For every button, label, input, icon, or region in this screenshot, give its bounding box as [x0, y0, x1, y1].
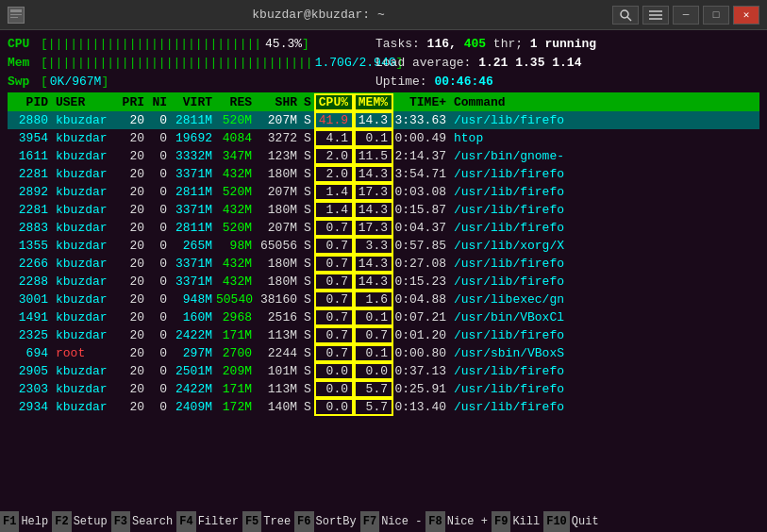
table-row[interactable]: 2281 kbuzdar 20 0 3371M 432M 180M S 1.4 … — [8, 201, 759, 219]
cpu-bracket-open: [ — [41, 37, 48, 51]
cell-shr: 2244 — [256, 346, 301, 360]
cell-cmd: htop — [450, 131, 758, 145]
fkey-nice[interactable]: F8 Nice + — [425, 511, 492, 532]
cell-cmd: /usr/lib/firefo — [450, 167, 758, 181]
cell-res: 432M — [216, 274, 256, 289]
fkey-sortby[interactable]: F6 SortBy — [294, 511, 360, 532]
cell-virt: 2501M — [171, 364, 216, 378]
close-button[interactable]: ✕ — [733, 6, 759, 25]
cell-shr: 113M — [256, 328, 301, 342]
cell-s: S — [301, 364, 314, 378]
cell-s: S — [301, 113, 314, 127]
cell-virt: 3371M — [171, 274, 216, 289]
right-stats: Tasks: 116, 405 thr; 1 running Load aver… — [366, 34, 759, 91]
cell-cmd: /usr/bin/gnome- — [450, 149, 758, 163]
cell-time: 3:33.63 — [393, 113, 450, 127]
cell-pid: 2266 — [9, 257, 52, 271]
cell-s: S — [301, 131, 314, 145]
fkey-setup[interactable]: F2 Setup — [52, 511, 110, 532]
cell-ni: 0 — [148, 113, 171, 127]
cell-cpu: 0.0 — [314, 362, 354, 380]
header-time: TIME+ — [393, 95, 450, 109]
cell-cpu: 0.7 — [314, 273, 354, 291]
table-row[interactable]: 2892 kbuzdar 20 0 2811M 520M 207M S 1.4 … — [8, 183, 759, 201]
maximize-button[interactable]: □ — [703, 6, 729, 25]
cell-res: 2968 — [216, 310, 256, 324]
table-row[interactable]: 2281 kbuzdar 20 0 3371M 432M 180M S 2.0 … — [8, 165, 759, 183]
svg-rect-0 — [10, 9, 22, 12]
menu-button[interactable] — [642, 6, 669, 25]
cell-mem: 1.6 — [354, 291, 393, 308]
table-row[interactable]: 2883 kbuzdar 20 0 2811M 520M 207M S 0.7 … — [8, 219, 759, 237]
cell-ni: 0 — [148, 346, 171, 360]
cell-res: 171M — [216, 328, 256, 342]
cell-cmd: /usr/lib/firefo — [450, 328, 758, 342]
cell-ni: 0 — [148, 149, 171, 163]
cell-s: S — [301, 185, 314, 199]
cell-s: S — [301, 274, 314, 289]
table-row[interactable]: 1355 kbuzdar 20 0 265M 98M 65056 S 0.7 3… — [8, 237, 759, 255]
load-vals: 1.21 1.35 1.14 — [478, 56, 581, 70]
cell-s: S — [301, 310, 314, 324]
cell-user: kbuzdar — [52, 382, 120, 396]
header-cpu: CPU% — [314, 93, 354, 111]
table-row[interactable]: 2880 kbuzdar 20 0 2811M 520M 207M S 41.9… — [8, 111, 759, 129]
fkey-filter[interactable]: F4 Filter — [176, 511, 242, 532]
cell-res: 172M — [216, 400, 256, 414]
cell-time: 0:27.08 — [393, 257, 450, 271]
cell-time: 0:07.21 — [393, 310, 450, 324]
proc-area: PID USER PRI NI VIRT RES SHR S CPU% MEM%… — [8, 92, 759, 416]
table-row[interactable]: 1491 kbuzdar 20 0 160M 2968 2516 S 0.7 0… — [8, 308, 759, 326]
cell-cpu: 0.7 — [314, 255, 354, 273]
fkey-quit[interactable]: F10 Quit — [543, 511, 602, 532]
cell-ni: 0 — [148, 131, 171, 145]
fkey-num: F5 — [242, 511, 261, 532]
mem-bracket-open: [ — [41, 56, 48, 70]
fkey-kill[interactable]: F9 Kill — [492, 511, 543, 532]
table-row[interactable]: 2266 kbuzdar 20 0 3371M 432M 180M S 0.7 … — [8, 255, 759, 273]
tasks-sep — [457, 37, 464, 51]
table-row[interactable]: 2288 kbuzdar 20 0 3371M 432M 180M S 0.7 … — [8, 273, 759, 291]
cell-pri: 20 — [120, 346, 148, 360]
cell-cmd: /usr/lib/firefo — [450, 364, 758, 378]
table-row[interactable]: 2905 kbuzdar 20 0 2501M 209M 101M S 0.0 … — [8, 362, 759, 380]
cell-mem: 17.3 — [354, 219, 393, 237]
header-cmd: Command — [450, 95, 758, 109]
minimize-button[interactable]: ─ — [673, 6, 699, 25]
cell-res: 520M — [216, 185, 256, 199]
cell-pid: 2303 — [9, 382, 52, 396]
cell-ni: 0 — [148, 310, 171, 324]
cell-pri: 20 — [120, 167, 148, 181]
cell-shr: 180M — [256, 203, 301, 217]
cell-mem: 3.3 — [354, 237, 393, 255]
cell-shr: 38160 — [256, 292, 301, 307]
cell-res: 520M — [216, 221, 256, 235]
cell-res: 2700 — [216, 346, 256, 360]
cell-time: 0:15.87 — [393, 203, 450, 217]
table-row[interactable]: 2303 kbuzdar 20 0 2422M 171M 113M S 0.0 … — [8, 380, 759, 398]
cell-res: 4084 — [216, 131, 256, 145]
cell-time: 0:03.08 — [393, 185, 450, 199]
fkey-nice[interactable]: F7 Nice - — [360, 511, 426, 532]
table-row[interactable]: 2325 kbuzdar 20 0 2422M 171M 113M S 0.7 … — [8, 326, 759, 344]
fkey-tree[interactable]: F5 Tree — [242, 511, 294, 532]
cell-cmd: /usr/sbin/VBoxS — [450, 346, 758, 360]
table-row[interactable]: 3001 kbuzdar 20 0 948M 50540 38160 S 0.7… — [8, 291, 759, 308]
fkey-help[interactable]: F1 Help — [0, 511, 52, 532]
search-button[interactable] — [612, 6, 639, 25]
table-row[interactable]: 2934 kbuzdar 20 0 2409M 172M 140M S 0.0 … — [8, 398, 759, 416]
cell-cpu: 4.1 — [314, 129, 354, 147]
cell-user: kbuzdar — [52, 310, 120, 324]
cell-shr: 2516 — [256, 310, 301, 324]
fkey-num: F9 — [492, 511, 510, 532]
cell-virt: 3371M — [171, 167, 216, 181]
table-row[interactable]: 1611 kbuzdar 20 0 3332M 347M 123M S 2.0 … — [8, 147, 759, 165]
table-row[interactable]: 3954 kbuzdar 20 0 19692 4084 3272 S 4.1 … — [8, 129, 759, 147]
cell-pid: 2892 — [9, 185, 52, 199]
fkey-search[interactable]: F3 Search — [111, 511, 177, 532]
table-row[interactable]: 694 root 20 0 297M 2700 2244 S 0.7 0.1 0… — [8, 344, 759, 362]
cell-s: S — [301, 239, 314, 253]
cell-shr: 180M — [256, 274, 301, 289]
cell-virt: 2409M — [171, 400, 216, 414]
cell-cpu: 0.7 — [314, 344, 354, 362]
